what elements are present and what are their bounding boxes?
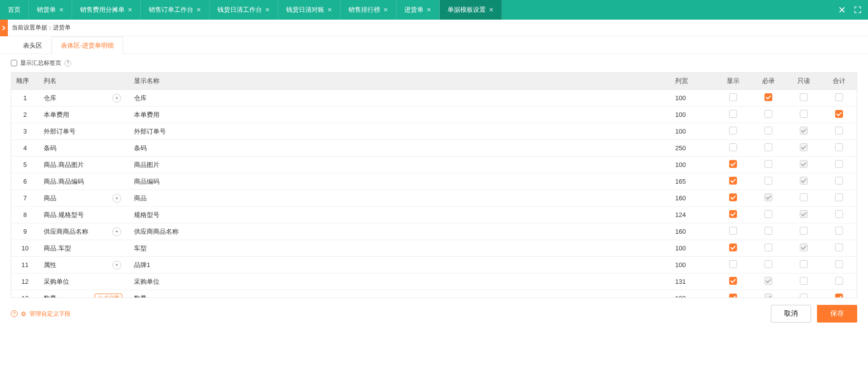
tab-5[interactable]: 钱货日清对账✕ — [278, 0, 341, 20]
close-all-icon[interactable] — [839, 6, 845, 13]
required-checkbox[interactable] — [764, 227, 772, 235]
help-icon[interactable]: ? — [11, 310, 18, 317]
cell-width[interactable]: 124 — [670, 207, 715, 223]
sum-checkbox[interactable] — [835, 260, 843, 268]
cell-disp[interactable]: 品牌1 — [129, 257, 670, 273]
table-row[interactable]: 11属性+品牌1100 — [11, 257, 857, 273]
table-row[interactable]: 3外部订单号外部订单号100 — [11, 123, 857, 140]
show-summary-checkbox[interactable] — [11, 60, 17, 66]
cell-disp[interactable]: 车型 — [129, 240, 670, 257]
plus-icon[interactable]: + — [112, 227, 121, 236]
cell-disp[interactable]: 规格型号 — [129, 207, 670, 223]
table-row[interactable]: 10商品.车型车型100 — [11, 240, 857, 257]
tab-8[interactable]: 单据模板设置✕ — [440, 0, 502, 20]
table-row[interactable]: 2本单费用本单费用100 — [11, 107, 857, 123]
readonly-checkbox[interactable] — [800, 277, 808, 285]
cell-width[interactable]: 165 — [670, 173, 715, 190]
show-checkbox[interactable] — [729, 177, 737, 185]
tab-6[interactable]: 销售排行榜✕ — [341, 0, 396, 20]
required-checkbox[interactable] — [764, 143, 772, 151]
table-row[interactable]: 6商品.商品编码商品编码165 — [11, 173, 857, 190]
cell-disp[interactable]: 商品编码 — [129, 173, 670, 190]
readonly-checkbox[interactable] — [800, 193, 808, 201]
show-checkbox[interactable] — [729, 210, 737, 218]
cell-width[interactable]: 131 — [670, 273, 715, 290]
sum-checkbox[interactable] — [835, 294, 843, 298]
cell-width[interactable]: 100 — [670, 123, 715, 140]
cell-width[interactable]: 100 — [670, 290, 715, 298]
table-row[interactable]: 13数量公式设置数量100 — [11, 290, 857, 298]
tab-4[interactable]: 钱货日清工作台✕ — [210, 0, 278, 20]
cell-width[interactable]: 100 — [670, 107, 715, 123]
sum-checkbox[interactable] — [835, 160, 843, 168]
subtab-1[interactable]: 表体区-进货单明细 — [52, 37, 123, 54]
required-checkbox[interactable] — [764, 244, 772, 251]
required-checkbox[interactable] — [764, 110, 772, 118]
plus-icon[interactable]: + — [112, 194, 121, 203]
tab-7[interactable]: 进货单✕ — [396, 0, 440, 20]
close-icon[interactable]: ✕ — [383, 6, 388, 13]
table-row[interactable]: 9供应商商品名称+供应商商品名称160 — [11, 223, 857, 240]
close-icon[interactable]: ✕ — [196, 6, 201, 13]
cell-disp[interactable]: 条码 — [129, 140, 670, 157]
cell-disp[interactable]: 仓库 — [129, 90, 670, 107]
cell-width[interactable]: 250 — [670, 140, 715, 157]
plus-icon[interactable]: + — [112, 261, 121, 270]
cell-disp[interactable]: 外部订单号 — [129, 123, 670, 140]
close-icon[interactable]: ✕ — [426, 6, 431, 13]
sum-checkbox[interactable] — [835, 93, 843, 101]
readonly-checkbox[interactable] — [800, 227, 808, 235]
cell-disp[interactable]: 供应商商品名称 — [129, 223, 670, 240]
cell-disp[interactable]: 数量 — [129, 290, 670, 298]
sum-checkbox[interactable] — [835, 177, 843, 185]
help-icon[interactable]: ? — [64, 60, 71, 67]
readonly-checkbox[interactable] — [800, 110, 808, 118]
formula-tag[interactable]: 公式设置 — [95, 294, 122, 298]
table-row[interactable]: 8商品.规格型号规格型号124 — [11, 207, 857, 223]
required-checkbox[interactable] — [764, 260, 772, 268]
cell-disp[interactable]: 商品 — [129, 190, 670, 207]
readonly-checkbox[interactable] — [800, 260, 808, 268]
table-row[interactable]: 12采购单位采购单位131 — [11, 273, 857, 290]
show-checkbox[interactable] — [729, 294, 737, 298]
close-icon[interactable]: ✕ — [265, 6, 270, 13]
cell-disp[interactable]: 本单费用 — [129, 107, 670, 123]
tab-2[interactable]: 销售费用分摊单✕ — [72, 0, 141, 20]
close-icon[interactable]: ✕ — [128, 6, 132, 13]
show-checkbox[interactable] — [729, 260, 737, 268]
sum-checkbox[interactable] — [835, 110, 843, 118]
cell-width[interactable]: 100 — [670, 257, 715, 273]
fullscreen-icon[interactable] — [854, 6, 861, 13]
cell-disp[interactable]: 采购单位 — [129, 273, 670, 290]
tab-3[interactable]: 销售订单工作台✕ — [141, 0, 210, 20]
cell-width[interactable]: 100 — [670, 157, 715, 173]
show-checkbox[interactable] — [729, 193, 737, 201]
tab-0[interactable]: 首页 — [0, 0, 29, 20]
required-checkbox[interactable] — [764, 210, 772, 218]
cell-width[interactable]: 160 — [670, 190, 715, 207]
sum-checkbox[interactable] — [835, 277, 843, 285]
plus-icon[interactable]: + — [112, 94, 121, 103]
required-checkbox[interactable] — [764, 127, 772, 135]
cell-width[interactable]: 160 — [670, 223, 715, 240]
required-checkbox[interactable] — [764, 93, 772, 101]
show-checkbox[interactable] — [729, 160, 737, 168]
sum-checkbox[interactable] — [835, 210, 843, 218]
table-row[interactable]: 4条码条码250 — [11, 140, 857, 157]
show-checkbox[interactable] — [729, 244, 737, 251]
cell-disp[interactable]: 商品图片 — [129, 157, 670, 173]
table-row[interactable]: 1仓库+仓库100 — [11, 90, 857, 107]
show-checkbox[interactable] — [729, 227, 737, 235]
readonly-checkbox[interactable] — [800, 93, 808, 101]
manage-fields-link[interactable]: ? ⚙ 管理自定义字段 — [11, 310, 71, 318]
sum-checkbox[interactable] — [835, 193, 843, 201]
cell-width[interactable]: 100 — [670, 240, 715, 257]
show-checkbox[interactable] — [729, 143, 737, 151]
sum-checkbox[interactable] — [835, 227, 843, 235]
required-checkbox[interactable] — [764, 160, 772, 168]
required-checkbox[interactable] — [764, 177, 772, 185]
tab-1[interactable]: 销货单✕ — [29, 0, 72, 20]
show-checkbox[interactable] — [729, 93, 737, 101]
cell-width[interactable]: 100 — [670, 90, 715, 107]
panel-expand-icon[interactable] — [0, 20, 8, 36]
